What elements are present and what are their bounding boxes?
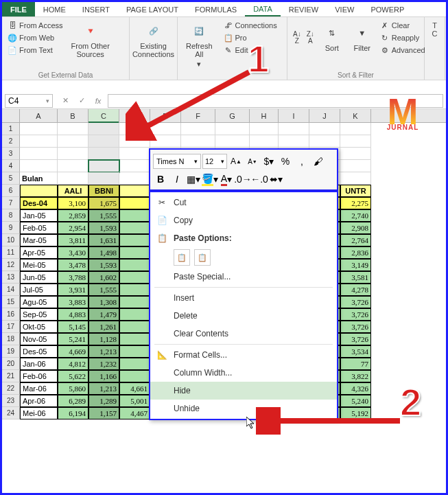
row-header[interactable]: 11: [2, 246, 20, 259]
cell[interactable]: Agu-05: [20, 296, 58, 308]
cell[interactable]: Mar-05: [20, 234, 58, 246]
cell[interactable]: 1,602: [89, 271, 119, 284]
ctx-paste-special[interactable]: Paste Special...: [150, 268, 337, 286]
cell[interactable]: 4,467: [119, 407, 150, 419]
cell[interactable]: [58, 148, 89, 160]
cell[interactable]: [119, 185, 150, 197]
cell[interactable]: [119, 296, 150, 308]
cell[interactable]: 1,555: [89, 284, 119, 296]
tab-powerp[interactable]: POWERP: [362, 2, 412, 16]
cell[interactable]: 3,726: [340, 333, 371, 345]
cell[interactable]: UNTR: [340, 185, 371, 197]
decrease-font-icon[interactable]: A▼: [245, 154, 260, 169]
percent-format-icon[interactable]: %: [278, 154, 293, 169]
cell[interactable]: 1,157: [89, 407, 119, 419]
cell[interactable]: Jul-05: [20, 284, 58, 296]
cell[interactable]: 5,145: [58, 321, 89, 333]
cell[interactable]: [309, 135, 340, 148]
cell[interactable]: 2,954: [58, 222, 89, 234]
connections-button[interactable]: 🖇Connections: [222, 20, 279, 31]
ctx-clear-contents[interactable]: Clear Contents: [150, 325, 337, 343]
cell[interactable]: [119, 345, 150, 358]
row-header[interactable]: 13: [2, 271, 20, 284]
filter-button[interactable]: ▼Filter: [349, 20, 376, 56]
cell[interactable]: [309, 123, 340, 135]
cell[interactable]: 2,275: [340, 197, 371, 209]
cell[interactable]: Feb-06: [20, 370, 58, 382]
cell[interactable]: [119, 259, 150, 271]
cell[interactable]: 4,883: [58, 308, 89, 321]
increase-font-icon[interactable]: A▲: [228, 154, 244, 169]
cell[interactable]: 3,811: [58, 234, 89, 246]
select-all-cell[interactable]: [2, 109, 20, 122]
italic-button[interactable]: I: [169, 172, 185, 187]
cell[interactable]: 2,740: [340, 209, 371, 222]
cell[interactable]: 4,278: [340, 284, 371, 296]
enter-formula-icon[interactable]: ✓: [75, 94, 89, 108]
ctx-column-width[interactable]: Column Width...: [150, 364, 337, 382]
cell[interactable]: [119, 370, 150, 382]
cell[interactable]: Des-04: [20, 197, 58, 209]
cell[interactable]: [89, 135, 119, 148]
cell[interactable]: [119, 222, 150, 234]
row-header[interactable]: 22: [2, 382, 20, 395]
col-header-b[interactable]: B: [58, 109, 89, 122]
cell[interactable]: [119, 321, 150, 333]
name-box[interactable]: C4▾: [5, 94, 53, 108]
comma-format-icon[interactable]: ,: [294, 154, 309, 169]
cell[interactable]: 3,931: [58, 284, 89, 296]
from-text-button[interactable]: 📄From Text: [6, 45, 64, 56]
row-header[interactable]: 20: [2, 358, 20, 370]
cell[interactable]: 1,213: [89, 345, 119, 358]
tab-home[interactable]: HOME: [35, 2, 74, 16]
refresh-all-button[interactable]: 🔄Refresh All▾: [182, 20, 217, 69]
from-web-button[interactable]: 🌐From Web: [6, 32, 64, 43]
row-header[interactable]: 24: [2, 407, 20, 419]
cell[interactable]: 1,593: [89, 259, 119, 271]
cell[interactable]: 1,213: [89, 382, 119, 395]
ctx-hide[interactable]: Hide: [150, 382, 337, 400]
cancel-formula-icon[interactable]: ✕: [58, 94, 72, 108]
from-other-sources-button[interactable]: 🔻From Other Sources: [67, 20, 114, 60]
cell[interactable]: [119, 271, 150, 284]
cell[interactable]: [119, 246, 150, 259]
cell[interactable]: 5,001: [119, 395, 150, 407]
cell[interactable]: [119, 148, 150, 160]
cell[interactable]: [279, 123, 309, 135]
cell[interactable]: Bulan: [20, 172, 58, 185]
cell[interactable]: Apr-06: [20, 395, 58, 407]
cell[interactable]: 2,764: [340, 234, 371, 246]
font-color-button[interactable]: A▾: [219, 172, 234, 187]
row-header[interactable]: 8: [2, 209, 20, 222]
font-size-select[interactable]: 12▾: [202, 154, 227, 169]
ctx-copy[interactable]: 📄Copy: [150, 211, 337, 229]
row-header[interactable]: 6: [2, 185, 20, 197]
cell[interactable]: 3,883: [58, 296, 89, 308]
ctx-format-cells[interactable]: 📐Format Cells...: [150, 346, 337, 364]
decrease-decimal-icon[interactable]: ←.0: [252, 172, 267, 187]
cell[interactable]: [20, 160, 58, 172]
cell[interactable]: Nov-05: [20, 333, 58, 345]
tab-insert[interactable]: INSERT: [74, 2, 118, 16]
cell[interactable]: [340, 172, 371, 185]
cell[interactable]: 1,593: [89, 222, 119, 234]
properties-button[interactable]: 📋Pro: [222, 32, 279, 43]
row-header[interactable]: 14: [2, 284, 20, 296]
clear-filter-button[interactable]: ✗Clear: [379, 20, 427, 31]
cell[interactable]: Apr-05: [20, 246, 58, 259]
cell[interactable]: [89, 172, 119, 185]
format-painter-icon[interactable]: 🖌: [311, 154, 326, 169]
cell[interactable]: [20, 185, 58, 197]
cell[interactable]: [89, 160, 119, 172]
col-header-c[interactable]: C: [89, 109, 119, 122]
cell[interactable]: 2,836: [340, 246, 371, 259]
row-header[interactable]: 17: [2, 321, 20, 333]
cell[interactable]: 1,675: [89, 197, 119, 209]
row-header[interactable]: 7: [2, 197, 20, 209]
cell[interactable]: [119, 333, 150, 345]
tab-view[interactable]: VIEW: [327, 2, 362, 16]
fill-color-button[interactable]: 🪣▾: [202, 172, 217, 187]
cell[interactable]: 3,822: [340, 370, 371, 382]
accounting-format-icon[interactable]: $▾: [261, 154, 276, 169]
edit-links-button[interactable]: ✎Edit: [222, 45, 279, 56]
